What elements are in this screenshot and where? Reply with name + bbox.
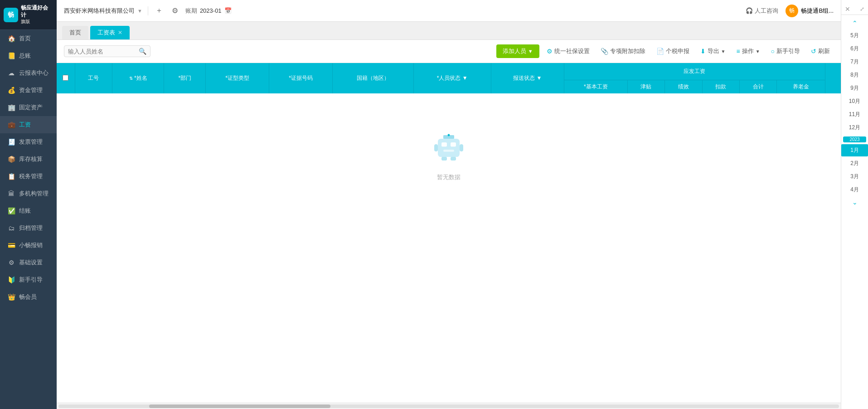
empty-icon	[431, 130, 467, 166]
month-8[interactable]: 8月	[841, 69, 868, 81]
sidebar-item-fund[interactable]: 💰 资金管理	[0, 82, 57, 99]
th-deduction-label: 扣款	[715, 83, 726, 90]
th-performance-label: 绩效	[678, 83, 689, 90]
service-label: 人工咨询	[755, 7, 778, 15]
app-subtitle: 旗版	[21, 19, 53, 25]
horizontal-scrollbar[interactable]	[57, 403, 841, 409]
service-button[interactable]: 🎧 人工咨询	[746, 7, 778, 15]
select-all-header[interactable]	[57, 63, 75, 93]
sidebar-item-cloud-report[interactable]: ☁ 云报表中心	[0, 64, 57, 82]
sidebar-item-home[interactable]: 🏠 首页	[0, 30, 57, 47]
tabbar: 首页 工资表 ✕	[57, 22, 841, 40]
th-total: 合计	[739, 80, 776, 94]
sidebar-item-member[interactable]: 👑 畅会员	[0, 288, 57, 306]
sidebar-item-closing[interactable]: ✅ 结账	[0, 202, 57, 219]
operations-action[interactable]: ≡ 操作 ▼	[732, 45, 763, 57]
export-icon: ⬇	[700, 48, 706, 55]
empty-state: 暂无数据	[57, 93, 841, 218]
svg-rect-7	[460, 144, 463, 151]
th-nationality: 国籍（地区）	[333, 63, 414, 93]
sidebar-item-expense[interactable]: 💳 小畅报销	[0, 237, 57, 254]
sidebar-item-archive[interactable]: 🗂 归档管理	[0, 219, 57, 237]
sidebar-item-fixed-assets[interactable]: 🏢 固定资产	[0, 99, 57, 116]
expense-icon: 💳	[7, 242, 15, 249]
month-9[interactable]: 9月	[841, 82, 868, 94]
sidebar-item-label: 云报表中心	[19, 69, 48, 77]
month-11[interactable]: 11月	[841, 108, 868, 121]
th-report-label: 报送状态	[513, 75, 535, 81]
month-5[interactable]: 5月	[841, 29, 868, 42]
settings-company-button[interactable]: ⚙	[170, 5, 180, 17]
month-4[interactable]: 4月	[841, 184, 868, 196]
svg-rect-2	[451, 142, 456, 147]
scrollbar-thumb[interactable]	[149, 404, 330, 408]
tab-close-icon[interactable]: ✕	[118, 29, 122, 36]
sidebar-item-multi-org[interactable]: 🏛 多机构管理	[0, 185, 57, 202]
headset-icon: 🎧	[746, 7, 753, 14]
guide-action[interactable]: ○ 新手引导	[767, 45, 804, 57]
tax-report-action[interactable]: 📄 个税申报	[653, 45, 693, 57]
tab-home[interactable]: 首页	[62, 26, 88, 39]
export-action[interactable]: ⬇ 导出 ▼	[697, 45, 729, 57]
social-settings-action[interactable]: ⚙ 统一社保设置	[543, 45, 593, 57]
search-box[interactable]: 🔍	[64, 45, 150, 57]
main-area: 西安虾米网络科技有限公司 ▼ ＋ ⚙ 账期 2023-01 📅 🎧 人工咨询 畅…	[57, 0, 841, 409]
sidebar-item-label: 税务管理	[19, 172, 43, 180]
month-down-arrow[interactable]: ⌄	[850, 197, 859, 208]
sidebar-item-invoice[interactable]: 🧾 发票管理	[0, 133, 57, 151]
app-logo: 畅 畅应通好会计 旗版	[0, 0, 57, 30]
tax-report-icon: 📄	[656, 48, 664, 55]
select-all-checkbox[interactable]	[63, 75, 68, 81]
archive-icon: 🗂	[7, 224, 15, 232]
user-menu[interactable]: 畅 畅捷通B组...	[786, 5, 834, 17]
month-1-current[interactable]: 1月	[841, 144, 868, 156]
table-header-row-1: 工号 ⇅ *姓名 *部门 *证型类型 *证据号码	[57, 63, 841, 80]
th-report-status[interactable]: 报送状态 ▼	[491, 63, 564, 93]
month-6[interactable]: 6月	[841, 43, 868, 55]
th-employee-id-label: 工号	[88, 75, 99, 81]
operations-icon: ≡	[736, 48, 740, 55]
sidebar-item-settings[interactable]: ⚙ 基础设置	[0, 254, 57, 271]
th-employee-id: 工号	[75, 63, 112, 93]
th-id-num-label: *证据号码	[289, 75, 313, 81]
payroll-table: 工号 ⇅ *姓名 *部门 *证型类型 *证据号码	[57, 63, 841, 218]
month-2[interactable]: 2月	[841, 157, 868, 170]
month-3[interactable]: 3月	[841, 170, 868, 183]
sidebar-item-ledger[interactable]: 📒 总账	[0, 47, 57, 64]
th-status[interactable]: *人员状态 ▼	[413, 63, 491, 93]
logo-icon: 畅	[4, 8, 18, 22]
accounting-period: 账期 2023-01 📅	[185, 7, 232, 15]
sidebar-item-tax[interactable]: 📋 税务管理	[0, 168, 57, 185]
company-selector[interactable]: 西安虾米网络科技有限公司 ▼	[64, 7, 142, 15]
filter-status-icon: ▼	[462, 75, 468, 81]
svg-rect-0	[438, 139, 460, 157]
th-id-type-label: *证型类型	[225, 75, 249, 81]
sidebar-item-inventory[interactable]: 📦 库存核算	[0, 151, 57, 168]
close-panel-icon[interactable]: ✕	[845, 5, 850, 13]
sidebar-item-label: 归档管理	[19, 224, 43, 232]
th-name[interactable]: ⇅ *姓名	[112, 63, 164, 93]
special-deduction-action[interactable]: 📎 专项附加扣除	[597, 45, 649, 57]
month-10[interactable]: 10月	[841, 95, 868, 107]
sidebar-item-guide[interactable]: 🔰 新手引导	[0, 271, 57, 288]
svg-rect-3	[443, 150, 454, 152]
empty-cell: 暂无数据	[57, 93, 841, 218]
tab-payroll-table[interactable]: 工资表 ✕	[90, 26, 130, 39]
month-7[interactable]: 7月	[841, 56, 868, 68]
assets-icon: 🏢	[7, 104, 15, 111]
month-up-arrow[interactable]: ⌃	[850, 18, 859, 29]
month-12[interactable]: 12月	[841, 122, 868, 134]
sidebar: 畅 畅应通好会计 旗版 🏠 首页 📒 总账 ☁ 云报表中心 💰 资金管理 🏢 固…	[0, 0, 57, 409]
topbar-divider-1	[148, 6, 148, 15]
search-icon: 🔍	[139, 48, 146, 55]
company-name: 西安虾米网络科技有限公司	[64, 7, 135, 15]
refresh-action[interactable]: ↺ 刷新	[807, 45, 834, 57]
add-company-button[interactable]: ＋	[154, 4, 165, 17]
add-person-button[interactable]: 添加人员 ▼	[496, 44, 539, 58]
sidebar-item-payroll[interactable]: 💼 工资	[0, 116, 57, 133]
calendar-icon[interactable]: 📅	[224, 7, 232, 14]
expand-panel-icon[interactable]: ⤢	[860, 6, 864, 12]
refresh-icon: ↺	[811, 48, 816, 55]
search-input[interactable]	[68, 48, 136, 55]
empty-text: 暂无数据	[437, 173, 461, 181]
